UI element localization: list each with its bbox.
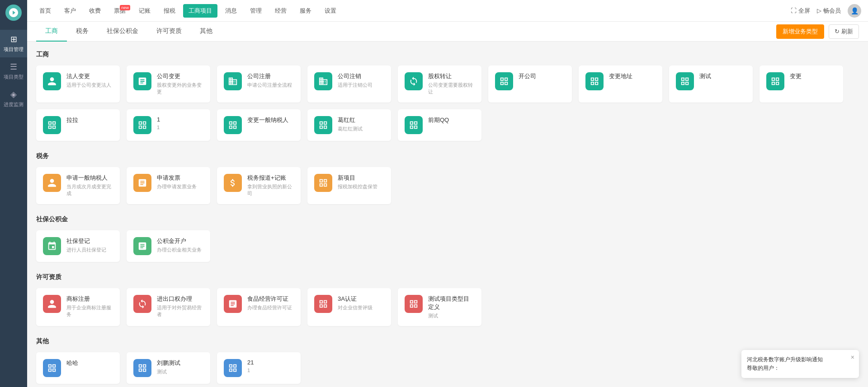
notification-close-button[interactable]: × [851,354,854,361]
card-trademark[interactable]: 商标注册 用于企业商标注册服务 [36,288,120,326]
card-company-cancel[interactable]: 公司注销 适用于注销公司 [307,65,391,103]
nav-customer[interactable]: 客户 [59,4,81,18]
fullscreen-button[interactable]: ⛶ 全屏 [791,7,810,15]
nav-operation[interactable]: 经营 [269,4,292,18]
logo [5,5,22,21]
card-title: 开公司 [519,72,565,80]
nav-billing[interactable]: 收费 [84,4,106,18]
add-business-type-button[interactable]: 新增业务类型 [776,24,824,39]
refresh-button[interactable]: ↻ 刷新 [829,24,859,39]
card-company-register[interactable]: 公司注册 申请公司注册全流程 [217,65,301,103]
card-twenty-one[interactable]: 21 1 [217,352,301,384]
haha-icon [43,359,61,377]
social-cards: 社保登记 进行人员社保登记 公积金开户 办理公积金相关业务 [36,230,859,262]
refresh-icon: ↻ [835,28,840,35]
tab-tax[interactable]: 税务 [67,22,98,42]
card-title: 拉拉 [66,116,113,124]
tab-other[interactable]: 其他 [191,22,222,42]
card-apply-taxpayer[interactable]: 申请一般纳税人 当月或次月成变更完成 [36,167,120,204]
card-title: 变更 [790,72,836,80]
card-title: 变更一般纳税人 [247,116,294,124]
card-desc: 测试 [428,312,475,319]
nav-tax[interactable]: 报税 [158,4,181,18]
tab-industrial[interactable]: 工商 [36,22,67,42]
nav-home[interactable]: 首页 [34,4,57,18]
industrial-section: 工商 法人变更 适用于公司变更法人 公司变更 [36,51,859,141]
card-apply-invoice[interactable]: 申请发票 办理申请发票业务 [127,167,210,204]
nav-settings[interactable]: 设置 [319,4,342,18]
nav-service[interactable]: 服务 [294,4,317,18]
card-change-taxpayer[interactable]: 变更一般纳税人 [217,109,301,141]
card-title: 哈哈 [66,359,113,367]
card-lala[interactable]: 拉拉 [36,109,120,141]
card-import-export[interactable]: 进出口权办理 适用于对外贸易经营者 [127,288,210,326]
card-title: 葛红红 [338,116,384,124]
card-food-license[interactable]: 食品经营许可证 办理食品经营许可证 [217,288,301,326]
nav-invoice[interactable]: 票据 new [108,4,131,18]
tax-title: 税务 [36,152,859,160]
card-3a-cert[interactable]: 3A认证 对企业信誉评级 [307,288,391,326]
card-desc: 对企业信誉评级 [338,304,384,311]
card-new-project[interactable]: 新项目 报税加税控盘保管 [307,167,391,204]
card-desc: 1 [247,367,294,374]
card-desc: 办理食品经营许可证 [247,304,294,311]
main-area: 首页 客户 收费 票据 new 记账 报税 工商项目 消息 管理 经营 服务 设… [27,0,868,387]
other-cards: 哈哈 刘鹏测试 测试 [36,352,859,384]
sidebar-item-label: 进度监测 [4,101,24,108]
company-cancel-icon [314,72,332,90]
card-desc: 办理公积金相关业务 [157,247,203,253]
open-company-icon [495,72,513,90]
card-qianqi-qq[interactable]: 前期QQ [398,109,481,141]
member-button[interactable]: ▷ 畅会员 [817,7,841,15]
card-one[interactable]: 1 1 [127,109,210,141]
card-legal-change[interactable]: 法人变更 适用于公司变更法人 [36,65,120,103]
notification-text: 河北税务数字账户升级影响通知尊敬的用户： [747,355,854,373]
card-test-type[interactable]: 测试项目类型目定义 测试 [398,288,481,326]
card-fund-account[interactable]: 公积金开户 办理公积金相关业务 [127,230,210,262]
card-equity-transfer[interactable]: 股权转让 公司变更需要股权转让 [398,65,481,103]
card-title: 3A认证 [338,295,384,303]
card-change-address[interactable]: 变更地址 [579,65,662,103]
card-liupeng-test[interactable]: 刘鹏测试 测试 [127,352,210,384]
card-tax-report-accounting[interactable]: 税务报道+记账 拿到营业执照的新公司 [217,167,301,204]
sidebar-item-project-type[interactable]: ☰ 项目类型 [0,57,27,85]
grid-icon: ⊞ [10,34,17,44]
card-open-company[interactable]: 开公司 [488,65,572,103]
company-register-icon [224,72,242,90]
card-desc: 办理申请发票业务 [157,183,203,190]
sidebar-item-project-manage[interactable]: ⊞ 项目管理 [0,30,27,57]
card-title: 商标注册 [66,295,113,303]
member-label: 畅会员 [823,7,841,15]
card-title: 21 [247,359,294,366]
list-icon: ☰ [10,62,17,72]
card-desc: 用于企业商标注册服务 [66,304,113,318]
nav-manage[interactable]: 管理 [245,4,267,18]
card-guhong[interactable]: 葛红红 葛红红测试 [307,109,391,141]
card-title: 申请一般纳税人 [66,174,113,182]
nav-industrial[interactable]: 工商项目 [183,4,217,18]
social-section: 社保公积金 社保登记 进行人员社保登记 公积金开户 [36,215,859,262]
equity-transfer-icon [405,72,423,90]
tab-license[interactable]: 许可资质 [147,22,191,42]
topnav-right: ⛶ 全屏 ▷ 畅会员 👤 [791,4,861,18]
card-company-change[interactable]: 公司变更 股权变更外的业务变更 [127,65,210,103]
card-title: 申请发票 [157,174,203,182]
sidebar-item-progress-monitor[interactable]: ◈ 进度监测 [0,85,27,112]
card-social-register[interactable]: 社保登记 进行人员社保登记 [36,230,120,262]
nav-message[interactable]: 消息 [220,4,242,18]
card-haha[interactable]: 哈哈 [36,352,120,384]
card-test[interactable]: 测试 [669,65,753,103]
social-title: 社保公积金 [36,215,859,224]
card-title: 前期QQ [428,116,475,124]
tab-social[interactable]: 社保公积金 [98,22,147,42]
social-register-icon [43,237,61,255]
industrial-title: 工商 [36,51,859,59]
sidebar-item-label: 项目类型 [4,74,24,80]
card-title: 刘鹏测试 [157,359,203,367]
card-change[interactable]: 变更 [760,65,843,103]
tax-cards: 申请一般纳税人 当月或次月成变更完成 申请发票 办理申请发票业务 [36,167,859,204]
nav-accounting[interactable]: 记账 [133,4,156,18]
license-cards: 商标注册 用于企业商标注册服务 进出口权办理 适用于对外贸易经营者 [36,288,859,326]
other-title: 其他 [36,337,859,345]
avatar[interactable]: 👤 [848,4,861,18]
